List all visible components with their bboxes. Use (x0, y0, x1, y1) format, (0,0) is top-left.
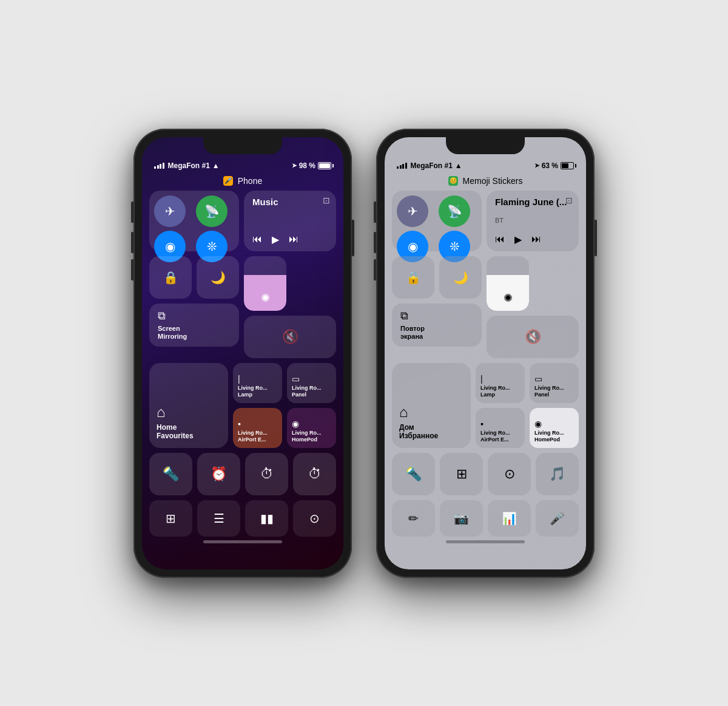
panel-icon-light: ▭ (534, 374, 542, 384)
airplane-btn-dark[interactable]: ✈ (154, 195, 186, 227)
row2-small-light: 🔒 🌙 (392, 256, 482, 299)
play-btn-light[interactable]: ▶ (514, 234, 522, 245)
battery-container-light (561, 162, 574, 169)
calc-dark[interactable]: ⊞ (149, 500, 192, 537)
wifi-status-dark: ▲ (212, 161, 220, 170)
cellular-btn-light[interactable]: 📡 (439, 195, 470, 227)
voice-light[interactable]: 🎵 (536, 453, 579, 495)
battery-fill-dark (319, 163, 330, 168)
lamp-label-dark: Living Ro...Lamp (238, 385, 268, 398)
panel-btn-dark[interactable]: ▭ Living Ro...Panel (287, 363, 336, 403)
screen-mirror-dark[interactable]: ⧉ ScreenMirroring (149, 304, 239, 347)
music-title-light: Flaming June (... (495, 197, 570, 208)
home-icon-light: ⌂ (399, 404, 408, 421)
flashlight-icon-dark: 🔦 (163, 466, 179, 482)
status-right-light: ➤ 63 % (534, 161, 574, 170)
draw-light[interactable]: ✏ (392, 500, 435, 537)
calc-icon-light: ⊞ (456, 466, 467, 482)
panel-label-light: Living Ro...Panel (534, 385, 564, 398)
screen-rec-dark[interactable]: ⊙ (293, 500, 336, 537)
homepod-icon-light: ◉ (534, 419, 542, 429)
timer-dark[interactable]: ⏰ (197, 453, 240, 495)
carrier-light: MegaFon #1 (411, 161, 453, 170)
next-btn-light[interactable]: ⏭ (531, 234, 541, 245)
lamp-btn-light[interactable]: | Living Ro...Lamp (476, 363, 525, 403)
lamp-btn-dark[interactable]: | Living Ro...Lamp (233, 363, 282, 403)
cc-grid-light: ✈ 📡 ◉ ❊ ⊡ Flaming June (... BT ⏮ ▶ ⏭ (385, 191, 586, 495)
airport-btn-light[interactable]: ▪ Living Ro...AirPort E... (476, 408, 525, 448)
alarm-dark[interactable]: ⏱ (293, 453, 336, 495)
panel-btn-light[interactable]: ▭ Living Ro...Panel (530, 363, 579, 403)
home-btn-dark[interactable]: ⌂ HomeFavourites (149, 363, 228, 448)
cellular-btn-dark[interactable]: 📡 (196, 195, 228, 227)
mirror-label-light: Повторэкрана (400, 325, 425, 341)
airplane-btn-light[interactable]: ✈ (397, 195, 428, 227)
stopwatch-dark[interactable]: ⏱ (245, 453, 288, 495)
brightness-dark[interactable]: ✺ (244, 256, 286, 311)
prev-btn-light[interactable]: ⏮ (495, 234, 505, 245)
connectivity-light[interactable]: ✈ 📡 ◉ ❊ (392, 191, 482, 251)
notch-light (446, 137, 525, 154)
music-title-dark: Music (252, 197, 328, 208)
bar2 (157, 165, 159, 169)
music-block-light[interactable]: ⊡ Flaming June (... BT ⏮ ▶ ⏭ (487, 191, 579, 251)
remote-dark[interactable]: ▮▮ (245, 500, 288, 537)
home-row-dark: ⌂ HomeFavourites | Living Ro...Lamp ▭ Li… (149, 363, 336, 448)
mute-dark[interactable]: 🔇 (244, 316, 336, 358)
siri-light[interactable]: 🎤 (536, 500, 579, 537)
brightness-light[interactable]: ✺ (487, 256, 529, 311)
chart-light[interactable]: 📊 (488, 500, 531, 537)
row1-dark: ✈ 📡 ◉ ❊ ⊡ Music ⏮ ▶ ⏭ (149, 191, 336, 251)
alarm-icon-dark: ⏱ (308, 466, 322, 482)
airport-label-dark: Living Ro...AirPort E... (238, 430, 268, 443)
app-name-light: Memoji Stickers (463, 176, 523, 186)
mute-light[interactable]: 🔇 (487, 316, 579, 358)
music-controls-dark: ⏮ ▶ ⏭ (252, 234, 328, 245)
dnd-btn-dark[interactable]: 🌙 (197, 256, 239, 299)
play-btn-dark[interactable]: ▶ (272, 234, 279, 245)
screen-rec-icon-dark: ⊙ (309, 511, 320, 526)
home-indicator-light (446, 540, 525, 543)
rotation-lock-dark[interactable]: 🔒 (149, 256, 192, 299)
signal-bars-light (397, 163, 407, 169)
mute-icon-dark: 🔇 (282, 329, 298, 345)
calc-light[interactable]: ⊞ (440, 453, 483, 495)
app-icon-light: 😊 (448, 176, 458, 186)
flashlight-light[interactable]: 🔦 (392, 453, 435, 495)
siri-icon-light: 🎤 (550, 511, 565, 526)
prev-btn-dark[interactable]: ⏮ (252, 234, 262, 245)
airplay-icon-light[interactable]: ⊡ (565, 195, 573, 205)
home-icon-dark: ⌂ (157, 404, 166, 421)
screen-mirror-light[interactable]: ⧉ Повторэкрана (392, 304, 482, 347)
row2-light: 🔒 🌙 ⧉ Повторэкрана (392, 256, 579, 358)
music-block-dark[interactable]: ⊡ Music ⏮ ▶ ⏭ (244, 191, 336, 251)
phones-container: MegaFon #1 ▲ ➤ 98 % 🎤 Phone (109, 104, 619, 602)
flashlight-dark[interactable]: 🔦 (149, 453, 192, 495)
row2-left-light: 🔒 🌙 ⧉ Повторэкрана (392, 256, 482, 347)
airport-btn-dark[interactable]: ▪ Living Ro...AirPort E... (233, 408, 282, 448)
next-btn-dark[interactable]: ⏭ (289, 234, 298, 245)
home-btn-light[interactable]: ⌂ ДомИзбранное (392, 363, 471, 448)
brightness-icon-light: ✺ (504, 291, 513, 305)
lights-grid-dark: | Living Ro...Lamp ▭ Living Ro...Panel ▪… (233, 363, 336, 448)
rotation-lock-light[interactable]: 🔒 (392, 256, 434, 299)
panel-icon-dark: ▭ (292, 374, 300, 384)
dnd-btn-light[interactable]: 🌙 (439, 256, 482, 299)
wallet-dark[interactable]: ☰ (197, 500, 240, 537)
camera-light[interactable]: 📷 (440, 500, 483, 537)
wifi-status-light: ▲ (455, 161, 462, 170)
homepod-btn-dark[interactable]: ◉ Living Ro...HomePod (287, 408, 336, 448)
homepod-btn-light[interactable]: ◉ Living Ro...HomePod (530, 408, 579, 448)
home-label-light: ДомИзбранное (399, 423, 438, 441)
bar1 (154, 166, 156, 169)
mirror-icon-dark: ⧉ (158, 310, 166, 322)
flashlight-icon-light: 🔦 (405, 466, 422, 482)
lbar2 (400, 165, 402, 169)
status-left-dark: MegaFon #1 ▲ (154, 161, 220, 170)
screen-rec-light[interactable]: ⊙ (488, 453, 531, 495)
airplay-icon-dark[interactable]: ⊡ (323, 195, 330, 205)
row2-left-dark: 🔒 🌙 ⧉ ScreenMirroring (149, 256, 239, 347)
connectivity-dark[interactable]: ✈ 📡 ◉ ❊ (149, 191, 239, 251)
homepod-label-light: Living Ro...HomePod (534, 430, 564, 443)
bar4 (163, 163, 164, 169)
